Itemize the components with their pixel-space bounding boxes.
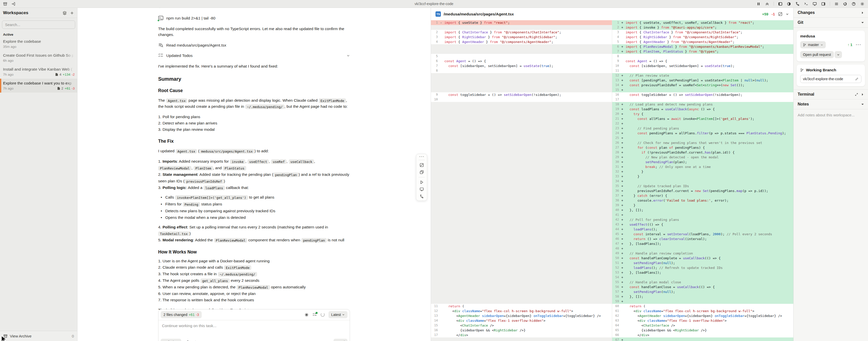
bold-text: Polling effect: [162, 225, 187, 229]
line-number: 44: [612, 227, 621, 232]
inline-code: ExitPlanMode: [319, 98, 346, 103]
pause-icon[interactable]: [756, 2, 761, 6]
settings-icon[interactable]: [860, 2, 864, 6]
inline-code: pendingPlan: [273, 173, 299, 177]
tool-call-row[interactable]: npm run build 2>&1 | tail -80: [158, 16, 350, 21]
success-dot: [157, 20, 159, 22]
list-item: 1. Imports: Added necessary imports for …: [158, 158, 350, 171]
attach-icon[interactable]: [185, 340, 189, 341]
diff-removed-count: -1: [772, 12, 775, 16]
line-number: 35: [612, 184, 621, 188]
menu-icon[interactable]: [834, 2, 839, 6]
edit-pencil-icon[interactable]: [855, 77, 859, 81]
line-number: 18: [612, 102, 621, 107]
collapse-up-icon[interactable]: [765, 2, 769, 6]
branch-selector[interactable]: master: [800, 41, 826, 48]
view-archive-button[interactable]: View Archive 0: [0, 331, 77, 341]
line-number: 13: [612, 78, 621, 83]
diff-row: 13+ const [pendingPlan, setPendingPlan] …: [612, 78, 793, 83]
megaphone-icon[interactable]: [843, 2, 847, 6]
diff-sign: +: [621, 208, 626, 213]
line-number: 61: [612, 309, 621, 313]
add-workspace-icon[interactable]: [70, 11, 74, 15]
drag-handle-icon[interactable]: [419, 156, 424, 157]
line-number: 15: [612, 88, 621, 92]
terminal-section-header[interactable]: Terminal: [794, 90, 868, 99]
panel-left-icon[interactable]: [778, 2, 782, 6]
split-view-icon[interactable]: [778, 12, 782, 16]
bullet-list: Calls invoke<PlanItem[]>('get_all_plans'…: [158, 194, 350, 221]
diff-sign: +: [621, 131, 626, 135]
notes-section-header[interactable]: Notes: [794, 99, 868, 109]
monitor-icon[interactable]: [420, 187, 424, 191]
collapse-diff-icon[interactable]: [786, 13, 789, 16]
tool-call-row[interactable]: Read medusa/src/pages/Agent.tsx: [158, 42, 350, 48]
pr-options-button[interactable]: [835, 51, 842, 58]
open-pull-request-button[interactable]: Open pull request: [800, 51, 834, 58]
git-graph-icon[interactable]: [420, 194, 424, 198]
code-line: <div className="flex flex-col h-screen b…: [444, 309, 612, 313]
play-icon[interactable]: [420, 180, 424, 184]
line-number: 10: [431, 97, 440, 102]
line-number: 5: [431, 54, 440, 59]
notes-placeholder[interactable]: Add notes about this workspace...: [794, 109, 868, 121]
working-branch-field[interactable]: vk/3ccf-explore-the-code: [800, 75, 861, 83]
tool-call-label: Read medusa/src/pages/Agent.tsx: [166, 43, 226, 48]
copy-icon[interactable]: [420, 170, 424, 174]
theme-icon[interactable]: [787, 2, 791, 6]
repo-menu-icon[interactable]: ···: [856, 42, 861, 47]
diff-filler-row: [431, 145, 612, 150]
sparkle-icon[interactable]: [304, 313, 309, 317]
diff-row: 62 <AgentHeader sidebarOpen={sidebarOpen…: [612, 313, 793, 318]
diff-sign: +: [621, 155, 626, 160]
archive-icon[interactable]: [3, 2, 7, 6]
diff-row: 1-import { useState } from "react";: [431, 20, 612, 25]
message-input[interactable]: [162, 323, 346, 328]
diff-sign: +: [621, 217, 626, 222]
clipped-terminal-icon: [159, 8, 163, 10]
diff-sign: +: [621, 184, 626, 188]
todo-status-icon[interactable]: [313, 313, 317, 317]
chevron-down-icon[interactable]: [346, 54, 350, 57]
monitor-icon[interactable]: [813, 2, 817, 6]
model-selector[interactable]: Default: [161, 339, 181, 341]
inline-code: PlanReviewModal: [214, 238, 247, 243]
diff-view-icon[interactable]: [420, 163, 424, 167]
git-graph-icon[interactable]: [795, 2, 800, 6]
code-line: import { useState } from "react";: [444, 20, 612, 25]
diff-row: 32+ }: [612, 169, 793, 174]
help-icon[interactable]: [851, 2, 856, 6]
diff-sign: [440, 30, 444, 35]
workspace-title: Explore the codebase I want you to exp: [3, 81, 75, 86]
line-number: 20: [612, 112, 621, 116]
workspace-item[interactable]: Create Good First Issues on Github So p6…: [0, 51, 77, 65]
panel-right-icon[interactable]: [821, 2, 826, 6]
layers-icon[interactable]: [63, 11, 67, 15]
diff-filler-row: [431, 126, 612, 131]
changes-section-header[interactable]: Changes: [794, 8, 868, 18]
workspace-item[interactable]: Install and integrate Vibe Kanban Web (7…: [0, 65, 77, 79]
tool-call-row[interactable]: Updated Todos: [158, 53, 350, 58]
workspace-search[interactable]: [2, 21, 75, 29]
git-section-header[interactable]: Git: [794, 18, 868, 28]
code-line: }, []);: [626, 208, 793, 213]
open-panel-icon[interactable]: [11, 2, 16, 6]
code-line: [444, 68, 612, 73]
line-number: 11: [612, 68, 621, 73]
line-number: 62: [612, 313, 621, 318]
files-changed-button[interactable]: 2 files changed +61 -3: [161, 311, 202, 318]
code-line: const interval = setInterval(loadPlans, …: [626, 232, 793, 237]
diff-sign: [440, 309, 444, 313]
workspace-time: 7h ago: [3, 72, 13, 76]
terminal-icon[interactable]: [804, 2, 808, 6]
expand-icon[interactable]: [855, 93, 858, 96]
code-line: {sidebarOpen && <RightSidebar />}: [444, 328, 612, 333]
latest-dropdown[interactable]: Latest: [329, 311, 347, 318]
workspace-item[interactable]: Explore the codebase35m ago: [0, 37, 77, 51]
send-button[interactable]: Send: [334, 339, 347, 341]
workspace-item[interactable]: Explore the codebase I want you to exp7h…: [0, 79, 77, 93]
search-input[interactable]: [5, 23, 72, 27]
line-number: 7: [612, 49, 621, 54]
pen-icon[interactable]: [193, 340, 197, 341]
code-line: // New plan detected - open the modal: [626, 155, 793, 160]
